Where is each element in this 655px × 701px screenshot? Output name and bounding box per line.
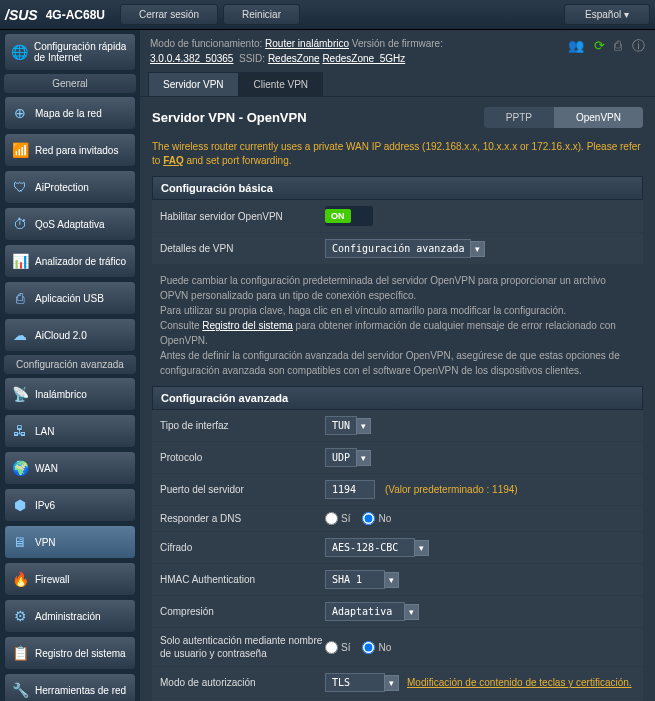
meta-bar: Modo de funcionamiento: Router inalámbri… <box>140 30 655 72</box>
reboot-button[interactable]: Reiniciar <box>223 4 300 25</box>
auth-mode-label: Modo de autorización <box>160 677 325 688</box>
protocol-select[interactable]: UDP <box>325 448 357 467</box>
server-port-label: Puerto del servidor <box>160 484 325 495</box>
respond-dns-no[interactable] <box>362 512 375 525</box>
guest-icon: 📶 <box>11 141 29 159</box>
language-select[interactable]: Español ▾ <box>564 4 650 25</box>
usb-icon: ⎙ <box>11 289 29 307</box>
faq-link[interactable]: FAQ <box>163 155 184 166</box>
info-icon[interactable]: ⓘ <box>632 38 645 53</box>
ssid2: RedesZone_5GHz <box>322 53 405 64</box>
respond-dns-yes[interactable] <box>325 512 338 525</box>
sidebar-item-aiprotection[interactable]: 🛡AiProtection <box>4 170 136 204</box>
sidebar-item-traffic[interactable]: 📊Analizador de tráfico <box>4 244 136 278</box>
cert-mod-link[interactable]: Modificación de contenido de teclas y ce… <box>407 677 632 688</box>
log-icon: 📋 <box>11 644 29 662</box>
sidebar-item-wan[interactable]: 🌍WAN <box>4 451 136 485</box>
interface-type-label: Tipo de interfaz <box>160 420 325 431</box>
sidebar-category-general: General <box>4 74 136 93</box>
mode-pptp-button[interactable]: PPTP <box>484 107 554 128</box>
sidebar-item-qos[interactable]: ⏱QoS Adaptativa <box>4 207 136 241</box>
sidebar-item-usb[interactable]: ⎙Aplicación USB <box>4 281 136 315</box>
userpass-yes[interactable] <box>325 641 338 654</box>
firmware-link[interactable]: 3.0.0.4.382_50365 <box>150 53 233 64</box>
map-icon: ⊕ <box>11 104 29 122</box>
chevron-down-icon[interactable]: ▾ <box>356 418 371 434</box>
sidebar-item-vpn[interactable]: 🖥VPN <box>4 525 136 559</box>
vpn-details-label: Detalles de VPN <box>160 243 325 254</box>
shield-icon: 🛡 <box>11 178 29 196</box>
operation-mode-link[interactable]: Router inalámbrico <box>265 38 349 49</box>
port-hint: (Valor predeterminado : 1194) <box>385 484 518 495</box>
brand-logo: /SUS <box>5 7 38 23</box>
sidebar-item-nettools[interactable]: 🔧Herramientas de red <box>4 673 136 701</box>
wan-ip-warning: The wireless router currently uses a pri… <box>152 140 643 168</box>
sidebar-item-admin[interactable]: ⚙Administración <box>4 599 136 633</box>
clients-icon[interactable]: 👥 <box>568 38 584 53</box>
chevron-down-icon[interactable]: ▾ <box>470 241 485 257</box>
sidebar-item-guest-network[interactable]: 📶Red para invitados <box>4 133 136 167</box>
compression-select[interactable]: Adaptativa <box>325 602 405 621</box>
cipher-select[interactable]: AES-128-CBC <box>325 538 415 557</box>
cipher-label: Cifrado <box>160 542 325 553</box>
sidebar-item-network-map[interactable]: ⊕Mapa de la red <box>4 96 136 130</box>
server-port-input[interactable] <box>325 480 375 499</box>
firewall-icon: 🔥 <box>11 570 29 588</box>
vpn-icon: 🖥 <box>11 533 29 551</box>
refresh-icon[interactable]: ⟳ <box>594 38 605 53</box>
tools-icon: 🔧 <box>11 681 29 699</box>
admin-icon: ⚙ <box>11 607 29 625</box>
chevron-down-icon[interactable]: ▾ <box>384 675 399 691</box>
sidebar-item-firewall[interactable]: 🔥Firewall <box>4 562 136 596</box>
section-advanced-header: Configuración avanzada <box>152 386 643 410</box>
wifi-icon: 📡 <box>11 385 29 403</box>
protocol-label: Protocolo <box>160 452 325 463</box>
chevron-down-icon[interactable]: ▾ <box>356 450 371 466</box>
chevron-down-icon[interactable]: ▾ <box>404 604 419 620</box>
section-basic-header: Configuración básica <box>152 176 643 200</box>
sidebar-item-qis[interactable]: 🌐Configuración rápida de Internet <box>4 33 136 71</box>
sidebar-item-aicloud[interactable]: ☁AiCloud 2.0 <box>4 318 136 352</box>
sidebar-item-wireless[interactable]: 📡Inalámbrico <box>4 377 136 411</box>
enable-openvpn-toggle[interactable]: ON <box>325 206 373 226</box>
sidebar-item-syslog[interactable]: 📋Registro del sistema <box>4 636 136 670</box>
tab-vpn-server[interactable]: Servidor VPN <box>148 72 239 96</box>
tab-vpn-client[interactable]: Cliente VPN <box>239 72 323 96</box>
userpass-only-label: Solo autenticación mediante nombre de us… <box>160 634 325 660</box>
cloud-icon: ☁ <box>11 326 29 344</box>
sidebar-category-advanced: Configuración avanzada <box>4 355 136 374</box>
wan-icon: 🌍 <box>11 459 29 477</box>
syslog-link[interactable]: Registro del sistema <box>202 320 293 331</box>
globe-icon: 🌐 <box>11 43 28 61</box>
info-text: Puede cambiar la configuración predeterm… <box>152 265 643 386</box>
chevron-down-icon[interactable]: ▾ <box>384 572 399 588</box>
mode-openvpn-button[interactable]: OpenVPN <box>554 107 643 128</box>
auth-mode-select[interactable]: TLS <box>325 673 385 692</box>
lan-icon: 🖧 <box>11 422 29 440</box>
page-title: Servidor VPN - OpenVPN <box>152 110 307 125</box>
enable-openvpn-label: Habilitar servidor OpenVPN <box>160 211 325 222</box>
chevron-down-icon[interactable]: ▾ <box>414 540 429 556</box>
sidebar-item-ipv6[interactable]: ⬢IPv6 <box>4 488 136 522</box>
userpass-no[interactable] <box>362 641 375 654</box>
ssid1: RedesZone <box>268 53 320 64</box>
vpn-details-select[interactable]: Configuración avanzada <box>325 239 471 258</box>
gauge-icon: ⏱ <box>11 215 29 233</box>
model-label: 4G-AC68U <box>46 8 105 22</box>
hmac-auth-select[interactable]: SHA 1 <box>325 570 385 589</box>
sidebar-item-lan[interactable]: 🖧LAN <box>4 414 136 448</box>
usb-status-icon[interactable]: ⎙ <box>614 38 622 53</box>
respond-dns-label: Responder a DNS <box>160 513 325 524</box>
compression-label: Compresión <box>160 606 325 617</box>
hmac-auth-label: HMAC Authentication <box>160 574 325 585</box>
ipv6-icon: ⬢ <box>11 496 29 514</box>
interface-type-select[interactable]: TUN <box>325 416 357 435</box>
logout-button[interactable]: Cerrar sesión <box>120 4 218 25</box>
chart-icon: 📊 <box>11 252 29 270</box>
sidebar: 🌐Configuración rápida de Internet Genera… <box>0 30 140 701</box>
